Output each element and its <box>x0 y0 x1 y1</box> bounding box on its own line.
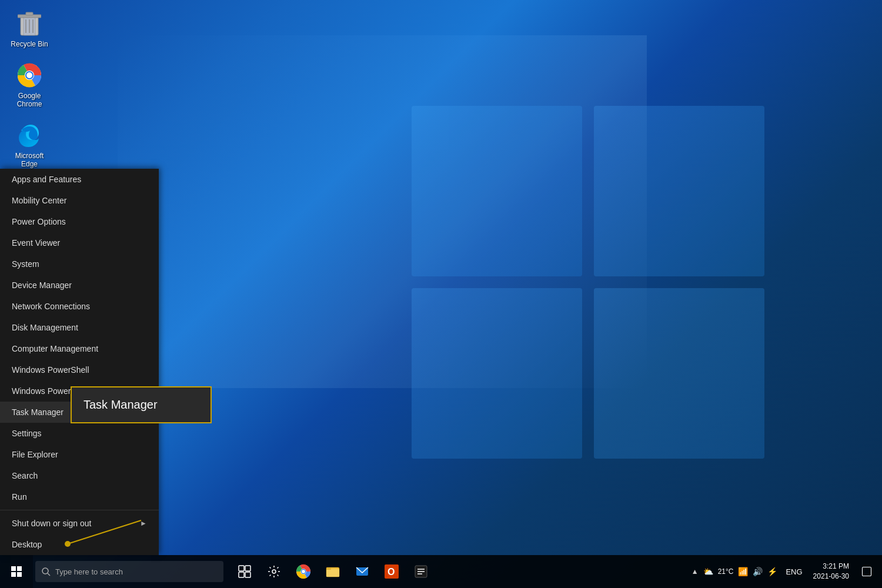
svg-rect-34 <box>863 567 871 576</box>
recycle-bin-icon[interactable]: Recycle Bin <box>6 6 53 52</box>
edge-image <box>15 121 44 149</box>
edge-label: Microsoft Edge <box>9 152 50 168</box>
svg-text:O: O <box>387 567 395 577</box>
taskbar: Type here to search <box>0 555 882 588</box>
temperature-display: 21°C <box>718 567 734 576</box>
win-pane-br <box>594 288 764 459</box>
win-logo-bl <box>11 572 16 577</box>
win-pane-tr <box>594 106 764 276</box>
svg-rect-26 <box>326 567 331 570</box>
windows-logo-icon <box>11 566 22 577</box>
menu-item-event-viewer[interactable]: Event Viewer <box>0 232 159 253</box>
search-icon <box>41 567 51 576</box>
context-menu: Apps and Features Mobility Center Power … <box>0 169 159 555</box>
svg-rect-18 <box>245 572 250 577</box>
menu-item-desktop[interactable]: Desktop <box>0 534 159 555</box>
taskbar-notes-icon[interactable] <box>407 555 435 588</box>
svg-rect-15 <box>239 566 244 571</box>
notification-center-button[interactable] <box>857 555 876 588</box>
taskbar-office-icon[interactable]: O <box>377 555 406 588</box>
google-chrome-icon[interactable]: Google Chrome <box>6 58 53 112</box>
desktop: Recycle Bin Google Chrome <box>0 0 882 588</box>
taskbar-clock[interactable]: 3:21 PM 2021-06-30 <box>808 562 854 582</box>
volume-icon[interactable]: 🔊 <box>753 567 763 576</box>
taskbar-search-box[interactable]: Type here to search <box>35 561 223 582</box>
menu-item-windows-powershell[interactable]: Windows PowerShell <box>0 359 159 380</box>
taskbar-search-placeholder: Type here to search <box>55 567 123 576</box>
menu-item-mobility-center[interactable]: Mobility Center <box>0 190 159 211</box>
taskbar-pinned-icons: O <box>230 555 435 588</box>
desktop-icons-area: Recycle Bin Google Chrome <box>6 6 53 172</box>
weather-icon: ⛅ <box>703 567 713 576</box>
battery-icon[interactable]: ⚡ <box>767 567 777 576</box>
network-icon[interactable]: 📶 <box>738 567 748 576</box>
win-logo-br <box>17 572 22 577</box>
menu-item-run[interactable]: Run <box>0 486 159 507</box>
taskbar-chrome-icon[interactable] <box>289 555 318 588</box>
show-hidden-icons-button[interactable]: ▲ <box>691 567 699 576</box>
taskbar-right-area: ▲ ⛅ 21°C 📶 🔊 ⚡ ENG 3:21 PM 2021-06-30 <box>691 555 882 588</box>
svg-rect-16 <box>245 566 250 571</box>
task-view-button[interactable] <box>230 555 259 588</box>
menu-item-file-explorer[interactable]: File Explorer <box>0 444 159 465</box>
menu-item-apps-features[interactable]: Apps and Features <box>0 169 159 190</box>
svg-rect-17 <box>239 572 244 577</box>
chrome-image <box>15 61 44 89</box>
menu-item-computer-management[interactable]: Computer Management <box>0 338 159 359</box>
svg-point-13 <box>42 568 48 574</box>
win-logo-tr <box>17 566 22 571</box>
menu-divider-1 <box>0 510 159 510</box>
menu-item-network-connections[interactable]: Network Connections <box>0 296 159 317</box>
menu-item-settings[interactable]: Settings <box>0 423 159 444</box>
svg-rect-25 <box>326 569 339 577</box>
svg-rect-3 <box>26 12 33 15</box>
svg-point-23 <box>302 570 305 573</box>
taskbar-mail-icon[interactable] <box>348 555 376 588</box>
recycle-bin-label: Recycle Bin <box>9 40 50 48</box>
taskbar-file-explorer-icon[interactable] <box>319 555 347 588</box>
system-tray-icons: ▲ ⛅ 21°C 📶 🔊 ⚡ <box>691 567 778 576</box>
taskbar-settings-icon[interactable] <box>260 555 288 588</box>
svg-line-14 <box>48 573 50 576</box>
svg-point-19 <box>272 570 276 573</box>
menu-item-shut-down[interactable]: Shut down or sign out ► <box>0 513 159 534</box>
recycle-bin-image <box>15 9 44 38</box>
taskbar-time: 3:21 PM <box>813 562 849 572</box>
menu-item-device-manager[interactable]: Device Manager <box>0 275 159 296</box>
svg-point-10 <box>26 72 32 78</box>
menu-item-search[interactable]: Search <box>0 465 159 486</box>
task-manager-tooltip: Task Manager <box>71 386 212 423</box>
win-logo-tl <box>11 566 16 571</box>
language-selector[interactable]: ENG <box>786 567 802 576</box>
shut-down-arrow-icon: ► <box>140 519 147 527</box>
menu-item-power-options[interactable]: Power Options <box>0 211 159 232</box>
windows-logo-decoration <box>412 106 764 459</box>
win-pane-bl <box>412 288 582 459</box>
start-button[interactable] <box>0 555 33 588</box>
win-pane-tl <box>412 106 582 276</box>
microsoft-edge-icon[interactable]: Microsoft Edge <box>6 118 53 172</box>
menu-item-disk-management[interactable]: Disk Management <box>0 317 159 338</box>
chrome-label: Google Chrome <box>9 92 50 108</box>
menu-item-system[interactable]: System <box>0 253 159 275</box>
taskbar-date: 2021-06-30 <box>813 572 849 582</box>
